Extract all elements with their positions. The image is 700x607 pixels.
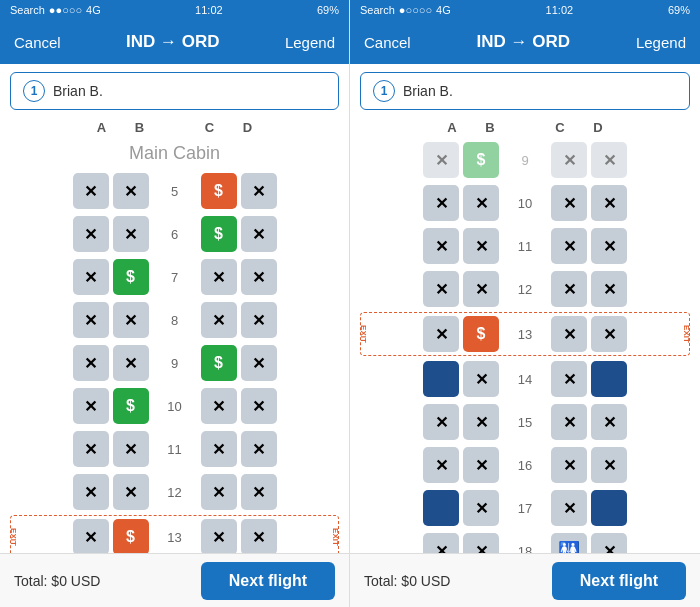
passenger-bar-right[interactable]: 1 Brian B. <box>360 72 690 110</box>
nav-title-right: IND → ORD <box>477 32 571 52</box>
seat-9b-right[interactable]: $ <box>463 142 499 178</box>
next-flight-btn-left[interactable]: Next flight <box>201 562 335 600</box>
seat-7d[interactable]: ✕ <box>241 259 277 295</box>
seat-15c-right[interactable]: ✕ <box>551 404 587 440</box>
seat-18a-right[interactable]: ✕ <box>423 533 459 553</box>
seat-row-15-right: ✕ ✕ 15 ✕ ✕ <box>360 402 690 442</box>
cancel-btn-left[interactable]: Cancel <box>14 34 61 51</box>
seat-17d-right[interactable] <box>591 490 627 526</box>
seat-14b-right[interactable]: ✕ <box>463 361 499 397</box>
seat-13a-right[interactable]: ✕ <box>423 316 459 352</box>
seat-13d-right[interactable]: ✕ <box>591 316 627 352</box>
seat-12d[interactable]: ✕ <box>241 474 277 510</box>
seat-17b-right[interactable]: ✕ <box>463 490 499 526</box>
seat-13b-left[interactable]: $ <box>113 519 149 553</box>
seat-12a[interactable]: ✕ <box>73 474 109 510</box>
seat-14d-right[interactable] <box>591 361 627 397</box>
seat-8d[interactable]: ✕ <box>241 302 277 338</box>
seat-14a-right[interactable] <box>423 361 459 397</box>
seat-16a-right[interactable]: ✕ <box>423 447 459 483</box>
seat-9c-right[interactable]: ✕ <box>551 142 587 178</box>
seat-6a[interactable]: ✕ <box>73 216 109 252</box>
seat-5d[interactable]: ✕ <box>241 173 277 209</box>
seat-7a[interactable]: ✕ <box>73 259 109 295</box>
passenger-name-left: Brian B. <box>53 83 103 99</box>
seat-10b[interactable]: $ <box>113 388 149 424</box>
passenger-bar-left[interactable]: 1 Brian B. <box>10 72 339 110</box>
cancel-btn-right[interactable]: Cancel <box>364 34 411 51</box>
passenger-num-left: 1 <box>23 80 45 102</box>
seat-7b[interactable]: $ <box>113 259 149 295</box>
col-headers-left: A B C D <box>0 118 349 137</box>
seat-11d-right[interactable]: ✕ <box>591 228 627 264</box>
seat-9c[interactable]: $ <box>201 345 237 381</box>
seat-16c-right[interactable]: ✕ <box>551 447 587 483</box>
seat-12a-right[interactable]: ✕ <box>423 271 459 307</box>
seat-12b[interactable]: ✕ <box>113 474 149 510</box>
legend-btn-left[interactable]: Legend <box>285 34 335 51</box>
seat-16d-right[interactable]: ✕ <box>591 447 627 483</box>
seat-6b[interactable]: ✕ <box>113 216 149 252</box>
seat-18b-right[interactable]: ✕ <box>463 533 499 553</box>
next-flight-btn-right[interactable]: Next flight <box>552 562 686 600</box>
seat-row-10-right: ✕ ✕ 10 ✕ ✕ <box>360 183 690 223</box>
seat-6d[interactable]: ✕ <box>241 216 277 252</box>
seat-17c-right[interactable]: ✕ <box>551 490 587 526</box>
seat-6c[interactable]: $ <box>201 216 237 252</box>
seat-7c[interactable]: ✕ <box>201 259 237 295</box>
seat-13a-left[interactable]: ✕ <box>73 519 109 553</box>
footer-left: Total: $0 USD Next flight <box>0 553 349 607</box>
seat-15a-right[interactable]: ✕ <box>423 404 459 440</box>
seat-15b-right[interactable]: ✕ <box>463 404 499 440</box>
seat-5c[interactable]: $ <box>201 173 237 209</box>
seat-8b[interactable]: ✕ <box>113 302 149 338</box>
row-num-15-right: 15 <box>511 415 539 430</box>
seat-10a[interactable]: ✕ <box>73 388 109 424</box>
seat-row-16-right: ✕ ✕ 16 ✕ ✕ <box>360 445 690 485</box>
seat-10d-right[interactable]: ✕ <box>591 185 627 221</box>
seat-12b-right[interactable]: ✕ <box>463 271 499 307</box>
cabin-label-left: Main Cabin <box>0 137 349 168</box>
seat-15d-right[interactable]: ✕ <box>591 404 627 440</box>
seat-11c[interactable]: ✕ <box>201 431 237 467</box>
seat-18d-right[interactable]: ✕ <box>591 533 627 553</box>
row-num-9-right: 9 <box>511 153 539 168</box>
seat-10a-right[interactable]: ✕ <box>423 185 459 221</box>
seat-10c[interactable]: ✕ <box>201 388 237 424</box>
legend-btn-right[interactable]: Legend <box>636 34 686 51</box>
seat-11b-right[interactable]: ✕ <box>463 228 499 264</box>
seat-12c[interactable]: ✕ <box>201 474 237 510</box>
seat-11a-right[interactable]: ✕ <box>423 228 459 264</box>
seat-10c-right[interactable]: ✕ <box>551 185 587 221</box>
seat-10d[interactable]: ✕ <box>241 388 277 424</box>
seat-9d[interactable]: ✕ <box>241 345 277 381</box>
seat-13d-left[interactable]: ✕ <box>241 519 277 553</box>
seat-8a[interactable]: ✕ <box>73 302 109 338</box>
seat-8c[interactable]: ✕ <box>201 302 237 338</box>
seat-5b[interactable]: ✕ <box>113 173 149 209</box>
row-num-12-right: 12 <box>511 282 539 297</box>
seat-13b-right[interactable]: $ <box>463 316 499 352</box>
seat-11b[interactable]: ✕ <box>113 431 149 467</box>
seat-18c-right[interactable]: 🚻 <box>551 533 587 553</box>
exit-row-13-left: EXIT ✕ $ 13 ✕ ✕ EXIT <box>10 515 339 553</box>
total-left: Total: $0 USD <box>14 573 100 589</box>
seat-17a-right[interactable] <box>423 490 459 526</box>
seat-14c-right[interactable]: ✕ <box>551 361 587 397</box>
seat-10b-right[interactable]: ✕ <box>463 185 499 221</box>
exit-label-left-left: EXIT <box>9 528 18 546</box>
seat-16b-right[interactable]: ✕ <box>463 447 499 483</box>
seat-11d[interactable]: ✕ <box>241 431 277 467</box>
seat-5a[interactable]: ✕ <box>73 173 109 209</box>
seat-9a[interactable]: ✕ <box>73 345 109 381</box>
app-name-left: Search <box>10 4 45 16</box>
seat-12c-right[interactable]: ✕ <box>551 271 587 307</box>
seat-9b[interactable]: ✕ <box>113 345 149 381</box>
seat-9a-right[interactable]: ✕ <box>423 142 459 178</box>
seat-13c-right[interactable]: ✕ <box>551 316 587 352</box>
seat-11a[interactable]: ✕ <box>73 431 109 467</box>
seat-11c-right[interactable]: ✕ <box>551 228 587 264</box>
seat-13c-left[interactable]: ✕ <box>201 519 237 553</box>
seat-12d-right[interactable]: ✕ <box>591 271 627 307</box>
seat-9d-right[interactable]: ✕ <box>591 142 627 178</box>
